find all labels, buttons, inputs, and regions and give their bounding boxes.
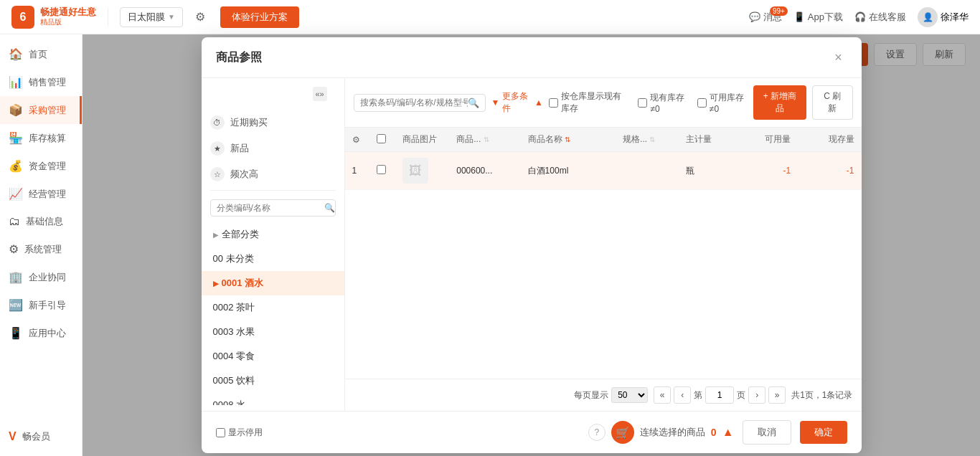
checkbox-avail-nonzero[interactable]: 可用库存≠0	[697, 92, 748, 114]
member-icon: V	[9, 430, 17, 443]
recent-icon: ⏱	[210, 115, 225, 130]
sidebar-item-finance[interactable]: 💰 资金管理	[0, 152, 82, 180]
prev-page-button[interactable]: ‹	[674, 386, 691, 404]
chevron-down-icon: ▼	[168, 13, 175, 21]
product-search-icon[interactable]: 🔍	[468, 98, 479, 108]
page-suffix: 页	[737, 389, 745, 402]
category-search-icon[interactable]: 🔍	[324, 203, 335, 213]
gear-button[interactable]: ⚙	[189, 6, 212, 29]
category-all[interactable]: ▶ 全部分类	[202, 222, 344, 247]
col-name-header[interactable]: 商品名称 ⇅	[521, 128, 616, 152]
left-panel-top: «»	[202, 84, 344, 110]
confirm-button[interactable]: 确定	[800, 421, 847, 444]
refresh-button[interactable]: C 刷新	[812, 85, 853, 120]
row-avail: -1	[735, 152, 798, 190]
table-settings-icon[interactable]: ⚙	[352, 135, 360, 145]
first-page-button[interactable]: «	[654, 386, 671, 404]
main-content: 查询 设置 刷新 商品参照 × «»	[83, 34, 980, 456]
category-0004[interactable]: 0004 零食	[202, 344, 344, 369]
modal-footer: 显示停用 ? 🛒 连续选择的商品 0 ▲ 取消 确定	[202, 411, 862, 453]
sidebar-item-sales[interactable]: 📊 销售管理	[0, 68, 82, 96]
filter-button[interactable]: ▼ 更多条件 ▲	[491, 90, 543, 115]
user-menu[interactable]: 👤 徐泽华	[918, 7, 969, 27]
sidebar-item-basics[interactable]: 🗂 基础信息	[0, 208, 82, 235]
toolbar: 🔍 ▼ 更多条件 ▲ 按仓库显示现有库存	[345, 78, 862, 128]
sort-name-icon: ⇅	[565, 136, 570, 143]
show-disabled-checkbox[interactable]: 显示停用	[216, 427, 263, 439]
app-download-button[interactable]: 📱 App下载	[793, 11, 843, 24]
page-label: 第	[694, 389, 702, 402]
sidebar-item-appcenter[interactable]: 📱 应用中心	[0, 319, 82, 347]
category-0008[interactable]: 0008 水	[202, 393, 344, 405]
store-dropdown[interactable]: 日太阳膜 ▼	[120, 7, 183, 27]
online-service-button[interactable]: 🎧 在线客服	[854, 11, 906, 24]
sidebar-item-system[interactable]: ⚙ 系统管理	[0, 235, 82, 263]
category-search[interactable]: 🔍	[210, 199, 336, 217]
modal-header: 商品参照 ×	[202, 37, 862, 78]
quick-item-new[interactable]: ★ 新品	[202, 136, 344, 161]
add-product-button[interactable]: + 新增商品	[753, 85, 806, 120]
cancel-button[interactable]: 取消	[743, 420, 791, 445]
row-no: 1	[345, 152, 369, 190]
messages-button[interactable]: 💬 消息 99+	[749, 11, 782, 24]
cart-icon[interactable]: 🛒	[611, 421, 634, 444]
category-0002[interactable]: 0002 茶叶	[202, 295, 344, 320]
col-stock-header: 现存量	[798, 128, 861, 152]
toolbar-right: + 新增商品 C 刷新	[753, 85, 852, 120]
cart-collapse-icon[interactable]: ▲	[722, 426, 734, 439]
help-icon[interactable]: ?	[588, 424, 606, 441]
last-page-button[interactable]: »	[768, 386, 786, 404]
sidebar-item-member[interactable]: V 畅会员	[0, 423, 82, 450]
collapse-button[interactable]: «»	[313, 87, 327, 101]
page-input[interactable]	[705, 386, 734, 404]
left-panel: «» ⏱ 近期购买 ★ 新品	[202, 78, 345, 411]
product-search-box[interactable]: 🔍	[354, 94, 486, 112]
category-00[interactable]: 00 未分类	[202, 247, 344, 271]
page-total: 共1页，1条记录	[791, 389, 852, 402]
sidebar-item-inventory[interactable]: 🏪 库存核算	[0, 124, 82, 152]
col-code-header[interactable]: 商品... ⇅	[449, 128, 520, 152]
enterprise-icon: 🏢	[9, 270, 23, 284]
left-divider	[210, 190, 336, 191]
row-stock: -1	[798, 152, 861, 190]
modal-body: «» ⏱ 近期购买 ★ 新品	[202, 78, 862, 411]
main-layout: 🏠 首页 📊 销售管理 📦 采购管理 🏪 库存核算 💰 资金管理 📈 经营管理 …	[0, 34, 980, 456]
modal-close-button[interactable]: ×	[830, 49, 847, 66]
sidebar-item-purchase[interactable]: 📦 采购管理	[0, 96, 82, 124]
avatar: 👤	[918, 7, 938, 27]
row-checkbox[interactable]	[369, 152, 395, 190]
sidebar-item-home[interactable]: 🏠 首页	[0, 40, 82, 68]
category-0005[interactable]: 0005 饮料	[202, 369, 344, 393]
system-icon: ⚙	[9, 242, 19, 256]
appcenter-icon: 📱	[9, 326, 23, 340]
brand-text: 畅捷通好生意 精品版	[40, 6, 96, 28]
row-spec	[616, 152, 679, 190]
category-0003[interactable]: 0003 水果	[202, 320, 344, 344]
col-settings[interactable]: ⚙	[345, 128, 369, 152]
table-row[interactable]: 1 🖼 000600... 白酒100ml 瓶	[345, 152, 862, 190]
quick-item-frequent[interactable]: ☆ 频次高	[202, 161, 344, 187]
quick-item-recent[interactable]: ⏱ 近期购买	[202, 110, 344, 136]
sidebar-item-enterprise[interactable]: 🏢 企业协同	[0, 263, 82, 291]
product-image: 🖼	[402, 158, 428, 184]
page-size-dropdown[interactable]: 50 100 200	[611, 387, 648, 403]
category-search-input[interactable]	[217, 203, 324, 213]
row-code: 000600...	[449, 152, 520, 190]
select-all-checkbox[interactable]	[377, 134, 386, 143]
product-search-input[interactable]	[360, 98, 468, 108]
page-size-select[interactable]: 每页显示 50 100 200	[574, 387, 648, 403]
sidebar: 🏠 首页 📊 销售管理 📦 采购管理 🏪 库存核算 💰 资金管理 📈 经营管理 …	[0, 34, 83, 456]
trial-button[interactable]: 体验行业方案	[220, 6, 299, 28]
row-name: 白酒100ml	[521, 152, 616, 190]
topbar: 6 畅捷通好生意 精品版 日太阳膜 ▼ ⚙ 体验行业方案 💬 消息 99+ 📱 …	[0, 0, 980, 34]
headset-icon: 🎧	[854, 11, 866, 22]
next-page-button[interactable]: ›	[748, 386, 765, 404]
row-unit: 瓶	[679, 152, 734, 190]
col-checkbox-header[interactable]	[369, 128, 395, 152]
col-spec-header[interactable]: 规格... ⇅	[616, 128, 679, 152]
checkbox-warehouse[interactable]: 按仓库显示现有库存	[549, 90, 629, 115]
category-0001[interactable]: ▶ 0001 酒水	[202, 271, 344, 295]
sidebar-item-operations[interactable]: 📈 经营管理	[0, 180, 82, 208]
checkbox-stock-nonzero[interactable]: 现有库存≠0	[638, 92, 688, 114]
sidebar-item-guide[interactable]: 🆕 新手引导	[0, 291, 82, 319]
